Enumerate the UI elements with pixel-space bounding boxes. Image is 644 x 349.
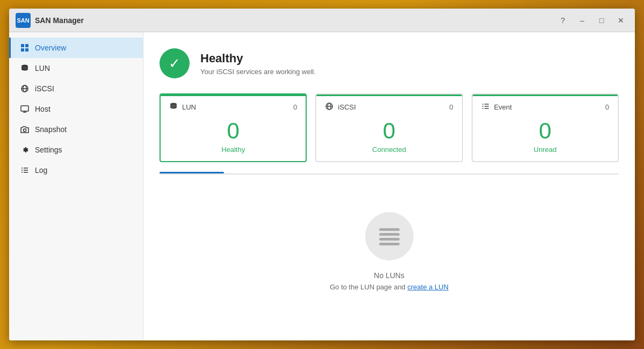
sidebar-item-iscsi[interactable]: iSCSI: [9, 78, 143, 99]
svg-rect-28: [379, 228, 400, 231]
sidebar-item-overview[interactable]: Overview: [9, 38, 143, 58]
card-label-event: Unread: [481, 146, 609, 154]
card-count-iscsi: 0: [449, 103, 453, 111]
sidebar-item-settings-label: Settings: [35, 146, 62, 154]
svg-point-18: [170, 103, 177, 106]
card-event[interactable]: Event 0 0 Unread: [472, 93, 619, 162]
sidebar-item-iscsi-label: iSCSI: [35, 84, 54, 93]
maximize-button[interactable]: □: [594, 13, 609, 28]
device-icon: [20, 104, 30, 114]
checkmark-icon: ✓: [169, 55, 180, 72]
card-header-lun: LUN 0: [169, 102, 297, 112]
tab-bar: [160, 173, 619, 174]
card-header-iscsi: iSCSI 0: [325, 102, 453, 112]
create-lun-link[interactable]: create a LUN: [407, 283, 448, 291]
health-status-icon: ✓: [160, 48, 190, 78]
app-logo: SAN: [16, 13, 31, 28]
card-count-lun: 0: [293, 103, 297, 111]
card-value-lun: 0: [169, 119, 297, 143]
sidebar-item-log-label: Log: [35, 166, 47, 174]
app-title: SAN Manager: [35, 16, 555, 25]
svg-rect-1: [25, 44, 28, 47]
gear-icon: [20, 145, 30, 155]
sidebar-item-snapshot[interactable]: Snapshot: [9, 119, 143, 140]
card-value-iscsi: 0: [325, 119, 453, 143]
database-icon: [20, 63, 30, 73]
tab-active-indicator: [160, 172, 224, 173]
card-label-lun: Healthy: [169, 146, 297, 154]
empty-subtitle: Go to the LUN page and create a LUN: [330, 283, 448, 291]
sidebar-item-host[interactable]: Host: [9, 99, 143, 119]
empty-state-icon: [365, 212, 414, 260]
sidebar: Overview LUN: [9, 32, 143, 340]
sidebar-item-settings[interactable]: Settings: [9, 140, 143, 160]
card-title-iscsi: iSCSI: [325, 102, 356, 112]
empty-state: No LUNs Go to the LUN page and create a …: [160, 191, 619, 312]
sidebar-item-host-label: Host: [35, 105, 50, 113]
help-button[interactable]: ?: [555, 13, 570, 28]
svg-rect-29: [379, 233, 400, 236]
svg-rect-3: [25, 48, 28, 52]
lun-card-icon: [169, 102, 178, 112]
iscsi-card-icon: [325, 102, 334, 112]
card-title-lun: LUN: [169, 102, 196, 112]
svg-point-11: [24, 129, 26, 132]
health-description: Your iSCSI services are working well.: [200, 68, 316, 76]
svg-rect-31: [379, 243, 400, 245]
svg-point-4: [21, 65, 28, 68]
card-lun[interactable]: LUN 0 0 Healthy: [160, 93, 307, 162]
card-title-event: Event: [481, 102, 512, 112]
health-status-title: Healthy: [200, 52, 316, 66]
grid-icon: [20, 43, 30, 53]
globe-icon: [20, 84, 30, 93]
window-controls: ? – □ ✕: [555, 13, 628, 28]
sidebar-item-snapshot-label: Snapshot: [35, 125, 67, 134]
close-button[interactable]: ✕: [613, 13, 628, 28]
card-count-event: 0: [605, 103, 609, 111]
list-icon: [20, 165, 30, 175]
sidebar-item-lun[interactable]: LUN: [9, 58, 143, 78]
sidebar-item-lun-label: LUN: [35, 64, 50, 72]
svg-rect-0: [21, 44, 24, 47]
minimize-button[interactable]: –: [575, 13, 590, 28]
titlebar: SAN SAN Manager ? – □ ✕: [9, 9, 635, 32]
health-text: Healthy Your iSCSI services are working …: [200, 52, 316, 76]
app-window: SAN SAN Manager ? – □ ✕: [9, 9, 635, 340]
svg-rect-8: [21, 106, 28, 111]
card-value-event: 0: [481, 119, 609, 143]
card-header-event: Event 0: [481, 102, 609, 112]
camera-icon: [20, 125, 30, 134]
empty-title: No LUNs: [374, 271, 404, 280]
sidebar-item-log[interactable]: Log: [9, 160, 143, 180]
cards-row: LUN 0 0 Healthy iSCSI 0 0 Connected Even…: [160, 93, 619, 162]
event-card-icon: [481, 102, 490, 112]
svg-rect-2: [21, 48, 24, 52]
app-body: Overview LUN: [9, 32, 635, 340]
svg-rect-30: [379, 238, 400, 241]
health-header: ✓ Healthy Your iSCSI services are workin…: [160, 48, 619, 78]
card-label-iscsi: Connected: [325, 146, 453, 154]
sidebar-item-overview-label: Overview: [35, 43, 66, 52]
card-iscsi[interactable]: iSCSI 0 0 Connected: [315, 93, 462, 162]
main-content: ✓ Healthy Your iSCSI services are workin…: [143, 32, 635, 340]
app-logo-text: SAN: [17, 17, 29, 24]
